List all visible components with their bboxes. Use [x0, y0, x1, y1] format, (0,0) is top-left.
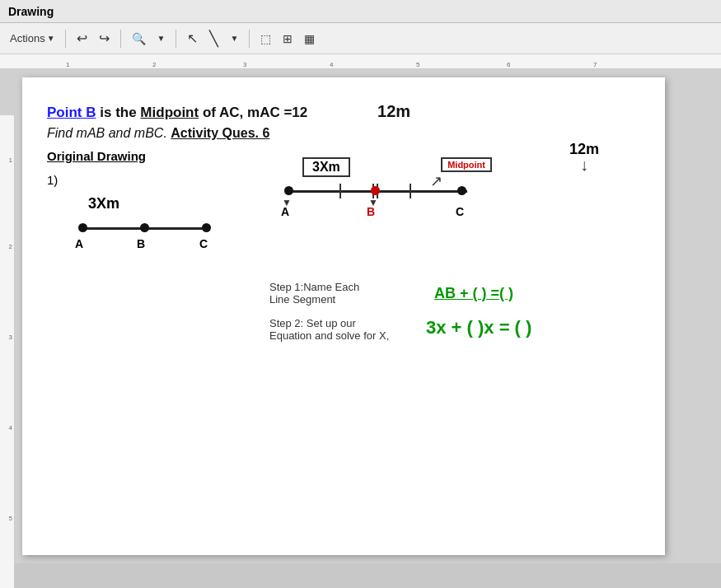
dot-a — [78, 223, 87, 232]
side-ruler-mark-4: 4 — [9, 424, 12, 432]
side-ruler-mark-2: 2 — [9, 243, 12, 250]
box-3xm: 3Xm — [302, 157, 350, 177]
right-segment-drawing: 3Xm Midpoint ↗ — [278, 157, 492, 215]
cursor-icon[interactable]: ↖ — [183, 29, 202, 48]
right-dot-c — [457, 186, 466, 195]
dot-c — [202, 223, 211, 232]
point-b-text: Point B — [47, 105, 96, 120]
down-arrow: ↓ — [580, 158, 588, 171]
toolbar-separator-1 — [65, 30, 66, 48]
midpoint-text: Midpoint — [140, 105, 199, 120]
canvas-area: 1 2 3 4 5 Point B is the Midpoint of AC,… — [0, 69, 721, 563]
ruler-mark-5: 5 — [416, 61, 419, 68]
top-measure-container: 12m ↓ — [569, 141, 599, 171]
subtitle: Find mAB and mBC. Activity Ques. 6 — [47, 126, 640, 141]
right-letter-a: A — [281, 205, 289, 218]
step2-label: Step 2: Set up ourEquation and solve for… — [269, 317, 410, 342]
left-section: Original Drawing 1) 3Xm A B — [47, 149, 261, 259]
right-letter-c: C — [456, 205, 464, 218]
problem-number: 1) — [47, 173, 261, 187]
ruler-mark-6: 6 — [507, 61, 510, 68]
actions-arrow: ▼ — [47, 34, 55, 43]
vertical-ruler: 1 2 3 4 5 — [0, 115, 15, 588]
step1-row: Step 1:Name EachLine Segment AB + ( ) =(… — [269, 281, 640, 306]
right-dot-b — [371, 186, 380, 195]
activity-ques-text: Activity Ques. 6 — [171, 126, 269, 140]
letter-c-left: C — [199, 237, 208, 250]
line-dropdown-icon[interactable]: ▼ — [226, 32, 242, 44]
letter-a-left: A — [75, 237, 83, 250]
right-section: 12m ↓ 3Xm Midpoint ↗ — [269, 149, 640, 342]
main-title: Point B is the Midpoint of AC, mAC =12 1… — [47, 102, 640, 121]
step1-equation: AB + ( ) =( ) — [434, 285, 513, 302]
step1-label: Step 1:Name EachLine Segment — [269, 281, 410, 306]
actions-label: Actions — [10, 32, 45, 44]
ruler-mark-2: 2 — [152, 61, 156, 68]
undo-icon[interactable]: ↩ — [73, 29, 91, 48]
side-ruler-mark-1: 1 — [9, 156, 12, 164]
ruler-mark-4: 4 — [330, 61, 333, 68]
side-ruler-mark-5: 5 — [9, 515, 12, 522]
ruler-mark-1: 1 — [66, 61, 69, 68]
is-the-text: is the — [100, 105, 140, 120]
right-letter-b: B — [367, 205, 375, 218]
tick-right — [410, 184, 411, 198]
toolbar-separator-4 — [249, 30, 250, 48]
dot-b — [140, 223, 149, 232]
actions-menu[interactable]: Actions ▼ — [7, 30, 59, 46]
measure-12m: 12m — [377, 102, 410, 120]
app-title-bar: Drawing — [0, 0, 721, 23]
midpoint-label: Midpoint — [441, 157, 492, 172]
tick-left — [339, 184, 341, 198]
step2-row: Step 2: Set up ourEquation and solve for… — [269, 317, 640, 342]
toolbar: Actions ▼ ↩ ↪ 🔍 ▼ ↖ ╲ ▼ ⬚ ⊞ ▦ — [0, 23, 721, 54]
table-icon[interactable]: ⊞ — [279, 30, 297, 47]
find-mab-text: Find mAB and mBC. — [47, 126, 167, 140]
search-icon[interactable]: 🔍 — [128, 30, 150, 47]
toolbar-separator-2 — [120, 30, 121, 48]
side-ruler-mark-3: 3 — [9, 334, 12, 341]
step2-equation: 3x + ( )x = ( ) — [426, 317, 531, 338]
midpoint-arrow: ↗ — [430, 172, 442, 190]
lasso-icon[interactable]: ⬚ — [256, 30, 275, 47]
left-segment-drawing: A B C — [72, 217, 220, 259]
original-drawing-label: Original Drawing — [47, 149, 261, 163]
horizontal-ruler: 1 2 3 4 5 6 7 — [0, 54, 721, 69]
app-title: Drawing — [8, 5, 54, 18]
dropdown-arrow[interactable]: ▼ — [153, 32, 170, 44]
toolbar-separator-3 — [176, 30, 176, 48]
of-ac-text: of AC, mAC =12 — [203, 105, 307, 120]
document-page: Point B is the Midpoint of AC, mAC =12 1… — [22, 77, 665, 555]
letter-b-left: B — [137, 237, 145, 250]
ruler-mark-3: 3 — [243, 61, 246, 68]
redo-icon[interactable]: ↪ — [95, 29, 114, 48]
line-draw-icon[interactable]: ╲ — [205, 28, 222, 49]
ruler-mark-7: 7 — [593, 61, 597, 68]
image-icon[interactable]: ▦ — [300, 30, 319, 47]
steps-section: Step 1:Name EachLine Segment AB + ( ) =(… — [269, 281, 640, 342]
left-3xm-label: 3Xm — [88, 195, 261, 212]
right-dot-a — [284, 186, 293, 195]
